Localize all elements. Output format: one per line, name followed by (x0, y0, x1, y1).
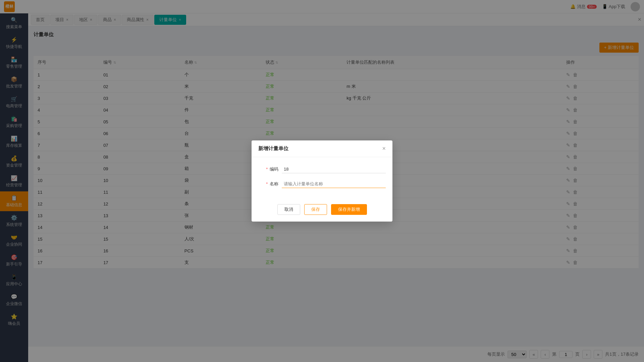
modal-title: 新增计量单位 (258, 145, 288, 152)
add-measure-unit-modal: 新增计量单位 × * 编码 * 名称 取消 保存 保存并新增 (252, 140, 392, 222)
modal-footer: 取消 保存 保存并新增 (252, 200, 392, 222)
name-field-label: * 名称 (258, 181, 278, 187)
modal-body: * 编码 * 名称 (252, 157, 392, 200)
save-and-new-button[interactable]: 保存并新增 (331, 204, 367, 215)
name-input[interactable] (282, 180, 386, 188)
modal-close-button[interactable]: × (382, 145, 386, 152)
cancel-button[interactable]: 取消 (277, 204, 300, 215)
name-field-row: * 名称 (258, 180, 386, 188)
code-field-row: * 编码 (258, 165, 386, 173)
modal-header: 新增计量单位 × (252, 140, 392, 157)
code-required-mark: * (266, 167, 268, 172)
name-required-mark: * (266, 181, 268, 186)
modal-overlay[interactable]: 新增计量单位 × * 编码 * 名称 取消 保存 保存并新增 (0, 0, 644, 362)
code-input[interactable] (282, 165, 386, 173)
save-button[interactable]: 保存 (304, 204, 327, 215)
code-field-label: * 编码 (258, 166, 278, 172)
